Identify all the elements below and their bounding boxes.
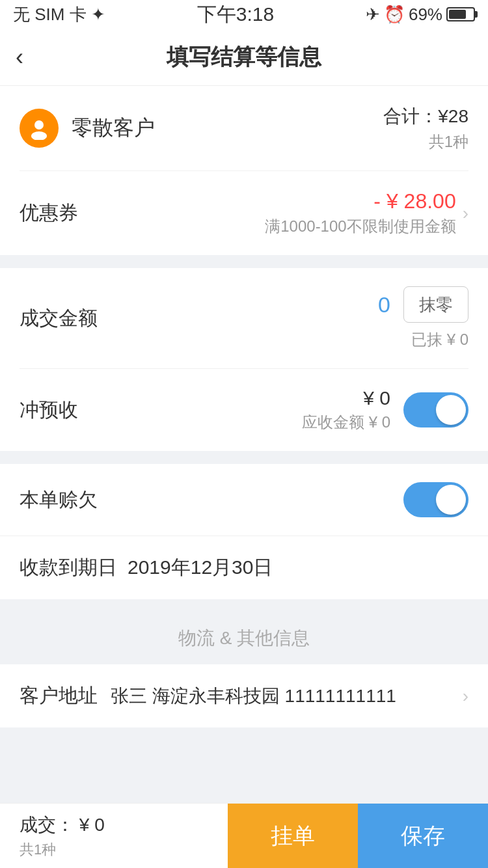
amount-subtotal: 已抹 ¥ 0 bbox=[411, 329, 468, 350]
deal-label: 成交： bbox=[20, 815, 74, 835]
bottom-bar: 成交： ¥ 0 共1种 挂单 保存 bbox=[0, 803, 488, 868]
logistics-title: 物流 & 其他信息 bbox=[178, 626, 310, 651]
status-time: 下午3:18 bbox=[197, 1, 274, 28]
coupon-discount: - ¥ 28.00 bbox=[265, 189, 455, 213]
prepay-amount-group: ¥ 0 应收金额 ¥ 0 bbox=[302, 387, 390, 433]
address-row[interactable]: 客户地址 张三 海淀永丰科技园 11111111111 › bbox=[0, 664, 488, 727]
svg-point-0 bbox=[34, 120, 44, 129]
prepay-sub: 应收金额 ¥ 0 bbox=[302, 412, 390, 433]
sim-status: 无 SIM 卡 ✦ bbox=[13, 3, 105, 26]
bottom-summary: 成交： ¥ 0 共1种 bbox=[0, 813, 228, 860]
page-title: 填写结算等信息 bbox=[167, 42, 321, 72]
avatar bbox=[20, 109, 59, 148]
chevron-right-icon: › bbox=[463, 203, 468, 224]
address-label: 客户地址 bbox=[20, 683, 98, 709]
status-left: 无 SIM 卡 ✦ bbox=[13, 3, 105, 26]
prepay-toggle[interactable] bbox=[403, 392, 468, 427]
prepay-label: 冲预收 bbox=[20, 397, 78, 424]
prepay-amount: ¥ 0 bbox=[302, 387, 390, 409]
status-right: ✈ ⏰ 69% bbox=[366, 5, 475, 25]
alarm-icon: ⏰ bbox=[384, 5, 405, 25]
amount-field-right: 0 抹零 bbox=[364, 286, 468, 323]
nav-bar: ‹ 填写结算等信息 bbox=[0, 29, 488, 86]
coupon-row[interactable]: 优惠券 - ¥ 28.00 满1000-100不限制使用金额 › bbox=[0, 171, 488, 255]
coupon-description: 满1000-100不限制使用金额 bbox=[265, 216, 455, 237]
address-section: 客户地址 张三 海淀永丰科技园 11111111111 › bbox=[0, 664, 488, 727]
credit-label: 本单赊欠 bbox=[20, 487, 98, 513]
due-date-value: 2019年12月30日 bbox=[128, 554, 273, 581]
prepay-right: ¥ 0 应收金额 ¥ 0 bbox=[302, 387, 468, 433]
location-icon: ✈ bbox=[366, 5, 380, 25]
coupon-info: - ¥ 28.00 满1000-100不限制使用金额 bbox=[265, 189, 455, 237]
due-date-row: 收款到期日 2019年12月30日 bbox=[0, 536, 488, 599]
round-off-button[interactable]: 抹零 bbox=[403, 286, 468, 323]
toggle-thumb bbox=[436, 395, 466, 425]
deal-amount: ¥ 0 bbox=[79, 815, 105, 835]
content-area: 零散客户 合计：¥28 共1种 优惠券 - ¥ 28.00 满1000-100不… bbox=[0, 86, 488, 819]
status-bar: 无 SIM 卡 ✦ 下午3:18 ✈ ⏰ 69% bbox=[0, 0, 488, 29]
coupon-right: - ¥ 28.00 满1000-100不限制使用金额 › bbox=[265, 189, 468, 237]
customer-row: 零散客户 合计：¥28 共1种 bbox=[0, 86, 488, 170]
address-value: 张三 海淀永丰科技园 11111111111 bbox=[111, 684, 463, 709]
customer-right: 合计：¥28 共1种 bbox=[383, 104, 468, 152]
battery-percent: 69% bbox=[409, 5, 442, 25]
battery-icon bbox=[446, 7, 475, 21]
total-amount: 合计：¥28 bbox=[383, 104, 468, 129]
svg-point-1 bbox=[31, 131, 47, 140]
amount-row: 成交金额 0 抹零 已抹 ¥ 0 bbox=[0, 268, 488, 368]
transaction-section: 成交金额 0 抹零 已抹 ¥ 0 冲预收 ¥ 0 应收金额 ¥ 0 bbox=[0, 268, 488, 451]
address-chevron-icon: › bbox=[463, 686, 468, 707]
customer-section: 零散客户 合计：¥28 共1种 优惠券 - ¥ 28.00 满1000-100不… bbox=[0, 86, 488, 255]
amount-label: 成交金额 bbox=[20, 305, 98, 332]
customer-name: 零散客户 bbox=[72, 114, 155, 142]
save-button[interactable]: 保存 bbox=[358, 804, 488, 869]
credit-toggle-thumb bbox=[436, 485, 466, 515]
due-date-label: 收款到期日 bbox=[20, 554, 117, 581]
total-count: 共1种 bbox=[383, 131, 468, 152]
prepay-row: 冲预收 ¥ 0 应收金额 ¥ 0 bbox=[0, 369, 488, 451]
logistics-header: 物流 & 其他信息 bbox=[0, 612, 488, 664]
credit-section: 本单赊欠 收款到期日 2019年12月30日 bbox=[0, 464, 488, 599]
bottom-count: 共1种 bbox=[20, 840, 208, 860]
back-button[interactable]: ‹ bbox=[16, 44, 23, 71]
bottom-deal: 成交： ¥ 0 bbox=[20, 813, 208, 837]
coupon-label: 优惠券 bbox=[20, 200, 78, 226]
hold-button[interactable]: 挂单 bbox=[228, 804, 358, 869]
credit-toggle[interactable] bbox=[403, 482, 468, 517]
customer-left: 零散客户 bbox=[20, 109, 155, 148]
amount-value[interactable]: 0 bbox=[364, 292, 390, 318]
credit-row: 本单赊欠 bbox=[0, 464, 488, 536]
